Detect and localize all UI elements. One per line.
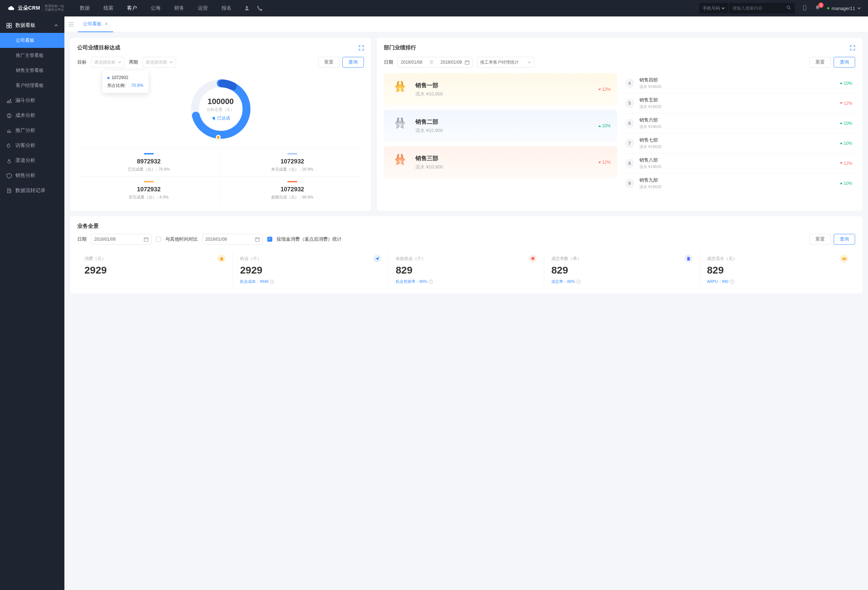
user-menu[interactable]: manager11: [827, 6, 861, 11]
expand-icon[interactable]: [850, 46, 855, 50]
donut-badge: 已达成: [211, 115, 230, 121]
search-button[interactable]: [782, 5, 795, 12]
mobile-icon[interactable]: [802, 4, 808, 12]
nav-item[interactable]: 客户: [122, 0, 142, 16]
query-button[interactable]: 查询: [342, 57, 364, 68]
cash-checkbox[interactable]: [267, 237, 272, 242]
sidebar-item[interactable]: 渠道分析: [0, 153, 64, 168]
svg-rect-10: [465, 60, 469, 64]
menu-icon: [6, 173, 12, 178]
rank-row[interactable]: 8销售八部流水 ¥1902012%: [622, 153, 855, 174]
nav-item[interactable]: 公海: [146, 0, 166, 16]
rank-row[interactable]: 6销售六部流水 ¥1902010%: [622, 113, 855, 133]
rank-row[interactable]: 7销售七部流水 ¥1902010%: [622, 133, 855, 153]
sidebar-subitem[interactable]: 公司看板: [0, 33, 64, 48]
nav-item[interactable]: 线索: [98, 0, 118, 16]
rank-card[interactable]: 2销售二部流水 ¥10,90010%: [384, 110, 617, 142]
rank-row[interactable]: 5销售五部流水 ¥1902012%: [622, 93, 855, 113]
sidebar-item[interactable]: 成本分析: [0, 108, 64, 123]
search-type-select[interactable]: 手机号码: [699, 3, 729, 13]
stat-cell: 8972932已完成量（元）70.9%: [77, 149, 221, 176]
phone-icon[interactable]: [257, 5, 263, 12]
sidebar-item[interactable]: 销售分析: [0, 168, 64, 183]
help-icon[interactable]: ?: [429, 280, 433, 284]
menu-icon: [6, 128, 12, 133]
close-icon[interactable]: ✕: [105, 21, 108, 26]
query-button[interactable]: 查询: [834, 234, 855, 244]
reset-button[interactable]: 重置: [809, 57, 831, 68]
rank-card[interactable]: 1销售一部流水 ¥10,90012%: [384, 73, 617, 106]
search-input[interactable]: [729, 6, 782, 11]
target-label: 目标: [77, 59, 87, 65]
stat-cell: 1072932应完成量（元）8.9%: [77, 176, 221, 204]
reset-button[interactable]: 重置: [809, 234, 831, 244]
sidebar-item[interactable]: 漏斗分析: [0, 93, 64, 108]
logo[interactable]: 云朵CRM 教育机构一站式服务云平台: [7, 4, 64, 12]
chevron-down-icon: [118, 60, 121, 64]
donut-tooltip: 1072932 所占比例: 70.9%: [102, 71, 149, 93]
kpi-sub: ARPU：¥80 ?: [707, 279, 848, 284]
sidebar-group-dashboard[interactable]: 数据看板: [0, 18, 64, 33]
logo-subtitle: 教育机构一站式服务云平台: [42, 4, 64, 12]
target-select[interactable]: 请选择目标: [91, 57, 124, 68]
tab-company-board[interactable]: 公司看板 ✕: [78, 16, 113, 32]
rank-row[interactable]: 4销售四部流水 ¥1902010%: [622, 73, 855, 93]
query-button[interactable]: 查询: [834, 57, 855, 68]
card-title: 公司业绩目标达成: [77, 44, 120, 51]
nav-item[interactable]: 数据: [75, 0, 95, 16]
kpi-cell: 成交流水（元）829ARPU：¥80 ?: [700, 252, 855, 287]
date-label: 日期: [384, 59, 393, 65]
rank-index: 9: [625, 179, 634, 188]
kpi-value: 829: [707, 265, 848, 276]
card-title: 业务全景: [77, 223, 99, 230]
menu-icon: [6, 188, 12, 193]
menu-icon: [6, 98, 12, 103]
date-input-2[interactable]: 2018/01/08: [202, 234, 263, 244]
nav-item[interactable]: 财务: [169, 0, 189, 16]
person-icon[interactable]: [244, 5, 250, 12]
sidebar-item[interactable]: 推广分析: [0, 123, 64, 138]
calendar-icon: [255, 237, 260, 242]
sidebar-subitem[interactable]: 客户经理看板: [0, 78, 64, 93]
help-icon[interactable]: ?: [270, 280, 274, 284]
sidebar-item[interactable]: 访客分析: [0, 138, 64, 153]
cash-label: 按现金消费（返点后消费）统计: [276, 236, 342, 243]
svg-point-2: [804, 9, 805, 10]
medal-icon: 2: [390, 116, 410, 135]
bag-icon: [217, 255, 226, 262]
sidebar-subitem[interactable]: 销售主管看板: [0, 63, 64, 78]
kpi-value: 829: [396, 265, 537, 276]
rank-row[interactable]: 9销售九部流水 ¥1902010%: [622, 174, 855, 193]
date-range-input[interactable]: 2018/01/08 至 2018/01/08: [397, 57, 472, 68]
reset-button[interactable]: 重置: [318, 57, 340, 68]
trend-indicator: 10%: [840, 121, 852, 126]
svg-point-0: [787, 6, 790, 9]
trend-indicator: 10%: [598, 124, 611, 128]
nav-item[interactable]: 运营: [193, 0, 213, 16]
date-label: 日期: [77, 236, 87, 243]
groupby-select[interactable]: 按工单客户经理统计: [477, 57, 534, 68]
collapse-icon[interactable]: [68, 21, 74, 28]
username: manager11: [831, 6, 855, 11]
svg-rect-4: [9, 23, 12, 25]
trend-indicator: 12%: [840, 101, 852, 106]
notification-icon[interactable]: 5: [814, 4, 821, 12]
svg-rect-14: [144, 237, 148, 241]
rank-card[interactable]: 3销售三部流水 ¥10,90012%: [384, 146, 617, 178]
sidebar-subitem[interactable]: 推广主管看板: [0, 48, 64, 63]
donut-label: 目标总量（元）: [207, 107, 234, 112]
period-select[interactable]: 请选择周期: [142, 57, 176, 68]
nav-items: 数据线索客户公海财务运营报名: [75, 0, 236, 16]
nav-item[interactable]: 报名: [217, 0, 236, 16]
help-icon[interactable]: ?: [730, 280, 734, 284]
sidebar-item[interactable]: 数据流转记录: [0, 183, 64, 198]
compare-checkbox[interactable]: [156, 237, 161, 242]
doc-icon: [685, 255, 692, 262]
help-icon[interactable]: ?: [576, 280, 581, 284]
date-input-1[interactable]: 2018/01/08: [91, 234, 152, 244]
svg-rect-15: [255, 237, 260, 241]
svg-rect-5: [7, 26, 9, 28]
kpi-value: 829: [551, 265, 692, 276]
donut-value: 100000: [208, 97, 234, 106]
expand-icon[interactable]: [359, 46, 364, 50]
